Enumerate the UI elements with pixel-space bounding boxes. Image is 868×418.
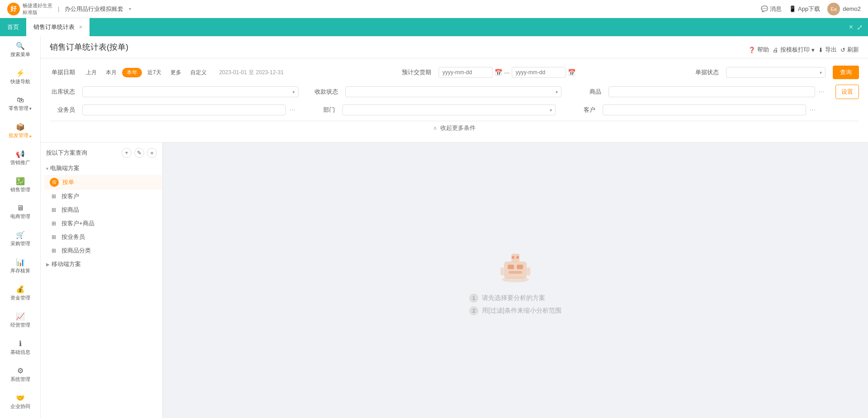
svg-rect-10 [527, 267, 530, 276]
sidebar-item-retail[interactable]: 🛍 零售管理 ▾ [0, 90, 40, 117]
refresh-button[interactable]: ↺ 刷新 [840, 46, 859, 54]
collapse-bar[interactable]: ∧ 收起更多条件 [50, 121, 859, 135]
by-order-label: 按单 [62, 178, 74, 186]
by-customer-product-icon: ⊞ [50, 219, 58, 228]
sidebar-item-inventory[interactable]: 📊 库存核算 [0, 252, 40, 280]
sidebar-item-search[interactable]: 🔍 搜索菜单 [0, 36, 40, 63]
scheme-item-by-product-category[interactable]: ⊞ 按商品分类 [44, 244, 162, 257]
sidebar-item-ecommerce[interactable]: 🖥 电商管理 [0, 199, 40, 225]
user-area[interactable]: Ea demo2 [827, 3, 861, 15]
tab-sales-order-stats[interactable]: 销售订单统计表 × [26, 18, 90, 36]
scheme-item-by-salesperson[interactable]: ⊞ 按业务员 [44, 230, 162, 244]
basic-icon: ℹ [4, 339, 37, 348]
scheme-group-mobile-header[interactable]: ▶ 移动端方案 [41, 257, 162, 271]
delivery-status-label: 出库状态 [50, 88, 75, 96]
product-input[interactable] [609, 86, 815, 97]
sidebar-item-sales[interactable]: 💹 销售管理 [0, 171, 40, 199]
svg-rect-9 [500, 267, 504, 276]
scheme-group-pc-header[interactable]: ▾ 电脑端方案 [41, 162, 162, 175]
scheme-item-by-customer[interactable]: ⊞ 按客户 [44, 190, 162, 203]
dropdown-arrow-icon[interactable]: ▾ [129, 6, 131, 11]
help-icon: ❓ [748, 47, 755, 53]
purchase-icon: 🛒 [4, 231, 37, 239]
template-print-button[interactable]: 🖨 按模板打印 ▾ [773, 46, 815, 54]
settings-button[interactable]: 设置 [835, 85, 859, 99]
tab-close-icon[interactable]: × [79, 24, 82, 30]
customer-input-wrap: ··· [603, 104, 816, 115]
scheme-item-by-product[interactable]: ⊞ 按商品 [44, 203, 162, 217]
by-salesperson-label: 按业务员 [61, 233, 85, 241]
top-bar: 好 畅捷通好生意 标准版 | 办公用品行业模拟账套 ▾ 💬 消息 📱 App下载… [0, 0, 868, 18]
product-more-icon[interactable]: ··· [819, 88, 825, 96]
sidebar-item-marketing[interactable]: 📢 营销推广 [0, 144, 40, 171]
query-button[interactable]: 查询 [833, 66, 859, 79]
page-title: 销售订单统计表(按单) [50, 42, 128, 58]
sidebar-item-finance[interactable]: 💰 资金管理 [0, 280, 40, 307]
export-button[interactable]: ⬇ 导出 [818, 46, 837, 54]
sidebar-item-enterprise[interactable]: 🤝 企业协同 [0, 388, 40, 415]
sidebar-item-wholesale[interactable]: 📦 批发管理 ▴ [0, 117, 40, 144]
sidebar-item-operations[interactable]: 📈 经营管理 [0, 307, 40, 334]
date-btn-this-month[interactable]: 本月 [102, 68, 120, 77]
window-close-icon[interactable]: × [849, 23, 853, 31]
sidebar-item-quick-nav[interactable]: ⚡ 快捷导航 [0, 63, 40, 90]
date-btn-this-year[interactable]: 本年 [122, 68, 142, 77]
scheme-group-pc: ▾ 电脑端方案 按 按单 ⊞ 按客户 ⊞ [41, 162, 162, 257]
sidebar-item-basic[interactable]: ℹ 基础信息 [0, 334, 40, 361]
delivery-status-select[interactable] [82, 86, 298, 97]
pc-group-arrow-icon: ▾ [46, 166, 48, 171]
empty-illustration [495, 246, 536, 286]
sales-icon: 💹 [4, 177, 37, 185]
scheme-item-by-order[interactable]: 按 按单 [44, 175, 162, 190]
scheme-panel-title: 按以下方案查询 [46, 149, 119, 157]
logo-icon: 好 [7, 3, 20, 15]
mobile-group-label: 移动端方案 [52, 260, 81, 268]
date-btn-custom[interactable]: 自定义 [187, 68, 210, 77]
app-download-button[interactable]: 📱 App下载 [789, 5, 820, 13]
retail-arrow-icon: ▾ [29, 106, 32, 111]
bill-status-select-wrap: ▾ [726, 67, 826, 78]
by-customer-icon: ⊞ [50, 192, 58, 200]
tab-home[interactable]: 首页 [0, 18, 26, 36]
empty-tip-2: 2 用[过滤]条件来缩小分析范围 [469, 306, 561, 315]
by-product-category-icon: ⊞ [50, 247, 58, 255]
scheme-collapse-button[interactable]: « [147, 148, 157, 158]
expected-date-label: 预计交货期 [402, 68, 431, 76]
scheme-group-mobile: ▶ 移动端方案 [41, 257, 162, 271]
by-product-icon: ⊞ [50, 206, 58, 214]
date-btn-last-7-days[interactable]: 近7天 [144, 68, 165, 77]
print-icon: 🖨 [773, 47, 778, 53]
customer-more-icon[interactable]: ··· [810, 106, 816, 114]
date-btn-more[interactable]: 更多 [167, 68, 185, 77]
message-button[interactable]: 💬 消息 [761, 5, 782, 13]
ecommerce-icon: 🖥 [4, 204, 37, 212]
tip-2-num: 2 [469, 306, 478, 315]
help-button[interactable]: ❓ 帮助 [748, 46, 769, 54]
svg-point-6 [512, 256, 514, 259]
tab-bar-actions: × ⤢ [849, 23, 868, 32]
window-maximize-icon[interactable]: ⤢ [857, 23, 863, 32]
expected-date-start-input[interactable] [439, 67, 493, 78]
collapse-label: 收起更多条件 [440, 124, 476, 131]
scheme-add-button[interactable]: + [122, 148, 132, 158]
payment-status-select[interactable] [345, 86, 561, 97]
scheme-pc-items: 按 按单 ⊞ 按客户 ⊞ 按商品 ⊞ 按客户+商 [41, 175, 162, 257]
bill-status-select[interactable] [726, 67, 826, 78]
payment-status-label: 收款状态 [313, 88, 338, 96]
page-header: 销售订单统计表(按单) ❓ 帮助 🖨 按模板打印 ▾ ⬇ 导出 ↺ 刷新 [41, 36, 868, 58]
salesperson-input[interactable] [82, 104, 286, 115]
date-btn-last-month[interactable]: 上月 [82, 68, 100, 77]
top-bar-left: 好 畅捷通好生意 标准版 | 办公用品行业模拟账套 ▾ [7, 2, 131, 15]
scheme-edit-button[interactable]: ✎ [134, 148, 144, 158]
salesperson-more-icon[interactable]: ··· [289, 106, 295, 114]
department-select[interactable] [342, 104, 555, 115]
delivery-status-select-wrap: ▾ [82, 86, 298, 97]
sidebar-item-newbie[interactable]: 🎓 新手引导 [0, 415, 40, 418]
filter-panel: 单据日期 上月 本月 本年 近7天 更多 自定义 2023-01-01 至 20… [41, 58, 868, 142]
expected-date-end-input[interactable] [512, 67, 566, 78]
by-product-label: 按商品 [61, 206, 79, 214]
customer-input[interactable] [603, 104, 806, 115]
scheme-item-by-customer-product[interactable]: ⊞ 按客户+商品 [44, 217, 162, 230]
sidebar-item-system[interactable]: ⚙ 系统管理 [0, 361, 40, 388]
sidebar-item-purchase[interactable]: 🛒 采购管理 [0, 225, 40, 252]
